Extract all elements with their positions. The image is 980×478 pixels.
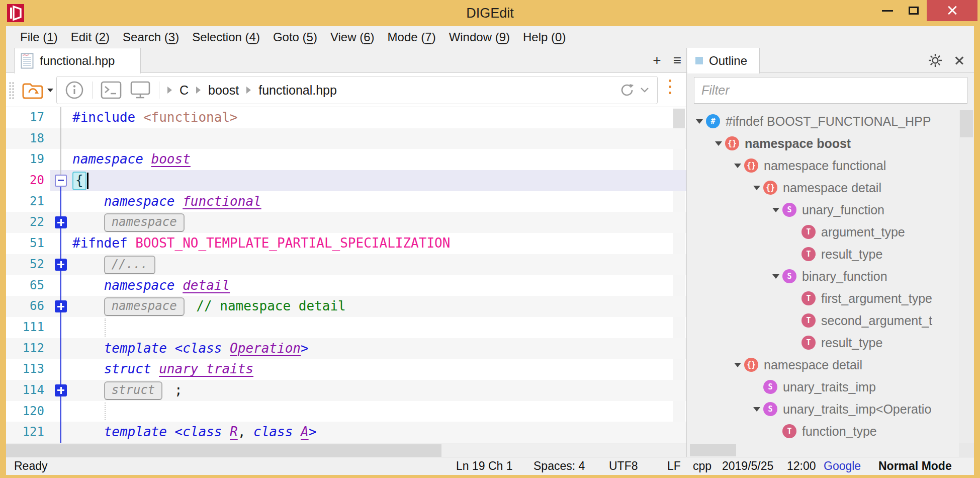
line-number[interactable]: 19 [6, 149, 50, 170]
chevron-down-icon[interactable] [640, 87, 649, 93]
code-content[interactable]: struct ; [72, 380, 686, 401]
line-number[interactable]: 114 [6, 380, 50, 401]
line-number[interactable]: 17 [6, 107, 50, 128]
menu-item-window[interactable]: Window (9) [442, 30, 516, 44]
editor-horizontal-scrollbar-thumb[interactable] [6, 444, 441, 457]
line-number[interactable]: 113 [6, 359, 50, 380]
outline-item[interactable]: Tfunction_type [769, 420, 959, 442]
collapsed-fold-box[interactable]: struct [104, 381, 163, 400]
minimize-button[interactable] [874, 0, 901, 21]
outline-item[interactable]: Sbinary_function [769, 265, 959, 287]
refresh-icon[interactable] [619, 82, 635, 98]
code-content[interactable]: namespace [72, 212, 686, 233]
outline-item[interactable]: Tfirst_argument_type [788, 287, 959, 309]
breadcrumb-item-functional-hpp[interactable]: functional.hpp [258, 83, 337, 98]
expander-icon[interactable] [750, 407, 763, 412]
expander-icon[interactable] [769, 274, 782, 279]
outline-filter-input[interactable] [694, 77, 967, 104]
line-number[interactable]: 22 [6, 212, 50, 233]
outline-item[interactable]: Tresult_type [788, 243, 959, 265]
outline-vertical-scrollbar-thumb[interactable] [960, 110, 973, 137]
expander-icon[interactable] [769, 208, 782, 212]
line-number[interactable]: 21 [6, 191, 50, 212]
terminal-icon[interactable] [101, 81, 122, 99]
code-content[interactable]: #include <functional> [72, 107, 686, 128]
code-content[interactable]: //... [72, 254, 686, 275]
collapsed-fold-box[interactable]: //... [104, 256, 155, 274]
menu-item-selection[interactable]: Selection (4) [186, 30, 266, 44]
code-content[interactable]: #ifndef BOOST_NO_TEMPLATE_PARTIAL_SPECIA… [72, 233, 686, 254]
code-content[interactable]: namespace detail [72, 275, 686, 296]
settings-gear-icon[interactable] [928, 53, 943, 68]
outline-item[interactable]: {}namespace functional [731, 154, 959, 177]
fold-expand-marker-icon[interactable] [55, 384, 67, 396]
outline-item[interactable]: Sunary_traits_imp [750, 376, 959, 398]
maximize-button[interactable] [901, 0, 926, 21]
outline-item[interactable]: {}namespace detail [731, 354, 959, 376]
code-content[interactable]: template <class R, class A> [72, 422, 686, 443]
menu-item-mode[interactable]: Mode (7) [381, 30, 442, 44]
fold-collapse-marker-icon[interactable] [55, 175, 67, 187]
code-content[interactable] [72, 128, 686, 149]
menu-item-view[interactable]: View (6) [324, 30, 381, 44]
line-number[interactable]: 18 [6, 128, 50, 149]
collapsed-fold-box[interactable]: namespace [104, 297, 185, 316]
toolbar-grip-handle[interactable] [9, 82, 14, 100]
monitor-icon[interactable] [130, 81, 151, 100]
code-editor[interactable]: 17#include <functional>1819namespace boo… [6, 107, 686, 443]
expander-icon[interactable] [693, 119, 706, 124]
line-number[interactable]: 112 [6, 338, 50, 359]
outline-close-icon[interactable] [954, 55, 965, 66]
line-number[interactable]: 65 [6, 275, 50, 296]
line-number[interactable]: 66 [6, 296, 50, 317]
expander-icon[interactable] [731, 164, 744, 168]
fold-expand-marker-icon[interactable] [55, 300, 67, 312]
outline-item[interactable]: Sunary_function [769, 199, 959, 221]
menu-item-edit[interactable]: Edit (2) [64, 30, 116, 44]
menu-item-search[interactable]: Search (3) [116, 30, 186, 44]
expander-icon[interactable] [750, 186, 763, 190]
code-content[interactable]: namespace functional [72, 191, 686, 212]
menu-item-goto[interactable]: Goto (5) [266, 30, 324, 44]
fold-expand-marker-icon[interactable] [55, 259, 67, 271]
code-content[interactable] [72, 317, 686, 338]
new-tab-button[interactable]: + [653, 52, 661, 68]
tab-list-button[interactable]: ≡ [673, 52, 681, 68]
outline-item[interactable]: Targument_type [788, 221, 959, 243]
line-number[interactable]: 51 [6, 233, 50, 254]
code-content[interactable]: template <class Operation> [72, 338, 686, 359]
expander-icon[interactable] [731, 363, 744, 367]
info-icon[interactable] [65, 81, 84, 100]
line-number[interactable]: 52 [6, 254, 50, 275]
expander-icon[interactable] [712, 141, 725, 146]
outline-tab[interactable]: Outline [687, 48, 760, 73]
outline-horizontal-scrollbar-thumb[interactable] [690, 444, 736, 456]
code-content[interactable] [72, 401, 686, 422]
tab-functional-hpp[interactable]: functional.hpp [14, 48, 141, 73]
code-content[interactable]: namespace boost [72, 149, 686, 170]
line-number[interactable]: 121 [6, 422, 50, 443]
close-button[interactable] [927, 0, 977, 21]
collapsed-fold-box[interactable]: namespace [104, 213, 185, 232]
outline-item[interactable]: {}namespace boost [712, 132, 959, 154]
outline-item[interactable]: Tresult_type [788, 332, 959, 354]
open-folder-button[interactable] [19, 78, 57, 102]
menu-item-help[interactable]: Help (0) [516, 30, 572, 44]
code-content[interactable]: { [72, 170, 686, 191]
line-number[interactable]: 111 [6, 317, 50, 338]
code-content[interactable]: struct unary_traits [72, 359, 686, 380]
token-plain [72, 382, 104, 397]
outline-item[interactable]: {}namespace detail [750, 177, 959, 199]
fold-expand-marker-icon[interactable] [55, 216, 67, 228]
outline-item[interactable]: Sunary_traits_imp<Operatio [750, 398, 959, 420]
breadcrumb-item-boost[interactable]: boost [208, 83, 239, 98]
status-google-link[interactable]: Google [824, 457, 861, 474]
menu-item-file[interactable]: File (1) [14, 30, 64, 44]
line-number[interactable]: 20 [6, 170, 50, 191]
outline-item[interactable]: ##ifndef BOOST_FUNCTIONAL_HPP [693, 110, 959, 132]
line-number[interactable]: 120 [6, 401, 50, 422]
kebab-menu-icon[interactable] [669, 79, 671, 94]
breadcrumb-item-c[interactable]: C [180, 83, 189, 98]
outline-item[interactable]: Tsecond_argument_t [788, 309, 959, 332]
code-content[interactable]: namespace // namespace detail [72, 296, 686, 317]
